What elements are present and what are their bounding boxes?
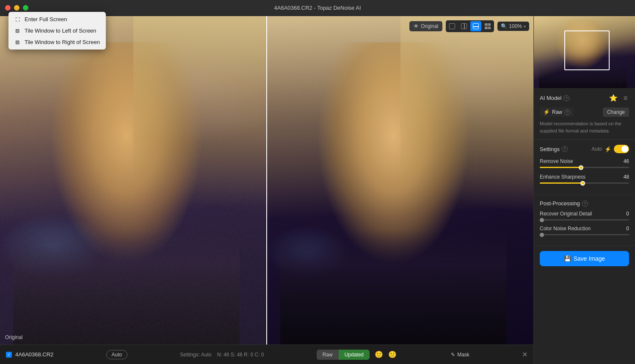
view-mode-buttons xyxy=(446,20,494,32)
tile-left-icon: ▧ xyxy=(14,28,20,34)
thumbs-down-button[interactable]: 🙁 xyxy=(387,349,398,361)
recover-detail-track[interactable] xyxy=(540,219,629,221)
auto-badge-button[interactable]: Auto xyxy=(106,350,128,359)
post-processing-info-icon[interactable]: ? xyxy=(582,201,588,207)
settings-section: Settings ? Auto ⚡ Remove Noise 46 xyxy=(534,140,635,195)
ai-model-header: AI Model ? ⭐ ≡ xyxy=(540,93,629,103)
context-menu: ⛶ Enter Full Screen ▧ Tile Window to Lef… xyxy=(8,12,106,50)
color-noise-label: Color Noise Reduction xyxy=(540,226,591,232)
model-badge: ⚡ Raw ? xyxy=(540,107,574,117)
recover-detail-thumb[interactable] xyxy=(540,218,544,222)
chevron-down-icon: ▾ xyxy=(524,24,526,29)
auto-label: Auto xyxy=(591,146,602,152)
recover-detail-row: Recover Original Detail 0 xyxy=(540,211,629,221)
save-icon: 💾 xyxy=(564,255,571,262)
view-single-button[interactable] xyxy=(447,21,458,31)
image-right-panel xyxy=(267,16,533,345)
updated-badge[interactable]: Updated xyxy=(339,350,370,360)
original-label: Original xyxy=(5,334,22,340)
thumbs-up-button[interactable]: 🙂 xyxy=(373,349,385,361)
face-reaction-buttons: 🙂 🙁 xyxy=(373,349,398,361)
color-noise-header: Color Noise Reduction 0 xyxy=(540,226,629,232)
remove-noise-track[interactable] xyxy=(540,167,629,168)
enhance-sharpness-label: Enhance Sharpness xyxy=(540,174,585,180)
ai-model-info-icon[interactable]: ? xyxy=(563,95,569,101)
settings-info-icon[interactable]: ? xyxy=(562,146,568,152)
view-split-h-button[interactable] xyxy=(470,21,481,31)
model-row: ⚡ Raw ? Change xyxy=(540,107,629,117)
remove-noise-slider-row: Remove Noise 46 xyxy=(540,158,629,168)
color-noise-value: 0 xyxy=(616,226,629,232)
color-noise-track[interactable] xyxy=(540,234,629,235)
zoom-control[interactable]: 🔍 100% ▾ xyxy=(497,22,529,31)
view-quad-button[interactable] xyxy=(482,21,493,31)
remove-noise-thumb[interactable] xyxy=(579,165,583,170)
remove-noise-fill xyxy=(540,167,581,168)
close-button[interactable] xyxy=(5,5,11,11)
toggle-container: Auto ⚡ xyxy=(591,145,629,153)
image-left-panel: Original xyxy=(0,16,267,345)
quad-view-icon xyxy=(485,23,491,29)
enhance-sharpness-thumb[interactable] xyxy=(580,181,585,185)
file-item: ✓ 4A6A0368.CR2 xyxy=(6,351,53,358)
mask-icon: ✎ xyxy=(451,352,455,358)
zoom-value: 100% xyxy=(509,23,522,29)
eye-icon: 👁 xyxy=(414,23,419,29)
remove-noise-value: 46 xyxy=(616,158,629,164)
file-name: 4A6A0368.CR2 xyxy=(15,351,53,358)
enhance-sharpness-slider-row: Enhance Sharpness 48 xyxy=(540,174,629,184)
settings-info-area: Settings: Auto N: 46 S: 48 R: 0 C: 0 xyxy=(180,352,264,358)
main-layout: 👁 Original 🔍 xyxy=(0,16,635,364)
color-noise-thumb[interactable] xyxy=(540,233,544,237)
ai-model-star-button[interactable]: ⭐ xyxy=(607,93,619,103)
recover-detail-value: 0 xyxy=(616,211,629,217)
ai-model-header-right: ⭐ ≡ xyxy=(607,93,629,103)
context-menu-tile-right[interactable]: ▨ Tile Window to Right of Screen xyxy=(8,36,106,48)
enhance-sharpness-track[interactable] xyxy=(540,182,629,184)
minimize-button[interactable] xyxy=(14,5,19,11)
fullscreen-icon: ⛶ xyxy=(14,17,20,22)
save-image-button[interactable]: 💾 Save Image xyxy=(540,251,629,266)
post-processing-section: Post-Processing ? Recover Original Detai… xyxy=(534,195,635,246)
toolbar: 👁 Original 🔍 xyxy=(409,20,529,32)
model-info-icon[interactable]: ? xyxy=(564,109,570,115)
single-view-icon xyxy=(449,23,455,29)
ai-model-title: AI Model ? xyxy=(540,95,569,101)
settings-text: Settings: Auto N: 46 S: 48 R: 0 C: 0 xyxy=(180,352,264,358)
right-panel: AI Model ? ⭐ ≡ ⚡ Raw ? Change Model reco… xyxy=(533,16,635,364)
view-split-v-button[interactable] xyxy=(458,21,469,31)
color-noise-row: Color Noise Reduction 0 xyxy=(540,226,629,235)
context-menu-tile-left[interactable]: ▧ Tile Window to Left of Screen xyxy=(8,25,106,36)
traffic-lights xyxy=(5,5,28,11)
toggle-knob xyxy=(621,146,628,152)
maximize-button[interactable] xyxy=(23,5,28,11)
zoom-icon: 🔍 xyxy=(501,23,507,29)
window-title: 4A6A0368.CR2 - Topaz DeNoise AI xyxy=(274,5,361,11)
mask-button[interactable]: ✎ Mask xyxy=(451,352,469,358)
ai-model-list-button[interactable]: ≡ xyxy=(622,94,629,103)
original-toggle-button[interactable]: 👁 Original xyxy=(409,21,442,31)
model-description: Model recommendation is based on the sup… xyxy=(540,120,629,134)
titlebar: ⛶ Enter Full Screen ▧ Tile Window to Lef… xyxy=(0,0,635,16)
image-area: 👁 Original 🔍 xyxy=(0,16,533,364)
enhance-sharpness-header: Enhance Sharpness 48 xyxy=(540,174,629,180)
raw-updated-area: Raw Updated xyxy=(317,350,370,360)
model-name: Raw xyxy=(552,109,562,115)
change-model-button[interactable]: Change xyxy=(603,108,629,117)
split-h-icon xyxy=(473,23,479,29)
remove-noise-header: Remove Noise 46 xyxy=(540,158,629,164)
thumbnail-area xyxy=(534,16,635,88)
toggle-lightning-icon: ⚡ xyxy=(605,146,611,152)
context-menu-fullscreen[interactable]: ⛶ Enter Full Screen xyxy=(8,14,106,25)
settings-row: Settings ? Auto ⚡ xyxy=(540,145,629,153)
image-bottom-bar: ✓ 4A6A0368.CR2 Auto Settings: Auto N: 46… xyxy=(0,345,533,364)
original-photo-bg xyxy=(0,16,266,345)
processed-photo-bg xyxy=(267,16,533,345)
raw-badge[interactable]: Raw xyxy=(317,350,339,360)
settings-title: Settings ? xyxy=(540,146,568,152)
file-close-button[interactable]: ✕ xyxy=(522,350,527,358)
enhance-sharpness-value: 48 xyxy=(616,174,629,180)
file-checkbox[interactable]: ✓ xyxy=(6,352,12,358)
remove-noise-label: Remove Noise xyxy=(540,158,573,164)
auto-toggle[interactable] xyxy=(614,145,629,153)
